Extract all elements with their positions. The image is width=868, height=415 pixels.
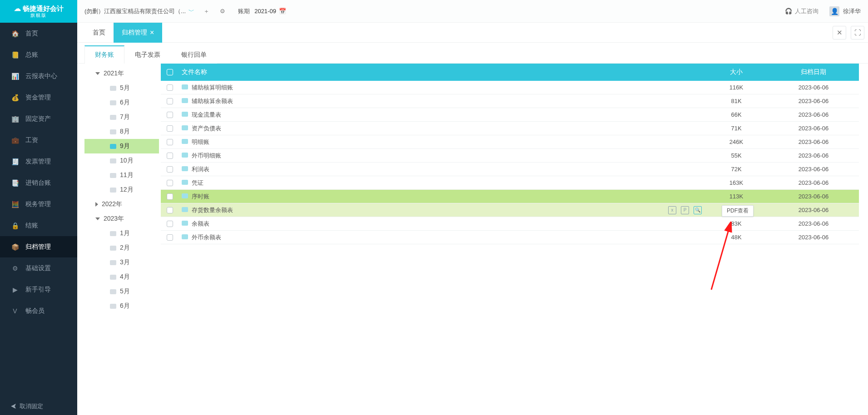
row-checkbox[interactable] xyxy=(167,153,173,159)
row-checkbox[interactable] xyxy=(167,234,173,241)
subtab-finance[interactable]: 财务账 xyxy=(84,45,124,64)
nav-item-0[interactable]: 🏠首页 xyxy=(0,23,77,44)
table-row[interactable]: 资产负债表 71K 2023-06-06 xyxy=(161,122,859,135)
file-name: 余额表 xyxy=(192,220,209,227)
table-row[interactable]: 存货数量余额表 2K 2023-06-06 x P 🔍 PDF查看 xyxy=(161,203,859,217)
table-row[interactable]: 利润表 72K 2023-06-06 xyxy=(161,163,859,176)
tree-month[interactable]: 6月 xyxy=(84,299,159,313)
nav-item-10[interactable]: 📦归档管理 xyxy=(0,236,77,257)
nav-item-8[interactable]: 🧮税务管理 xyxy=(0,193,77,215)
chevron-right-icon xyxy=(95,202,98,207)
col-header-size[interactable]: 大小 xyxy=(704,68,768,76)
tree-month[interactable]: 9月 xyxy=(84,139,159,153)
chevron-down-icon xyxy=(95,217,100,220)
file-name: 外币明细账 xyxy=(192,152,221,159)
nav-item-12[interactable]: ▶新手引导 xyxy=(0,279,77,300)
file-name: 序时账 xyxy=(192,193,209,200)
table-row[interactable]: 明细账 246K 2023-06-06 xyxy=(161,135,859,149)
support-button[interactable]: 🎧 人工咨询 xyxy=(785,7,818,15)
table-row[interactable]: 辅助核算明细账 116K 2023-06-06 xyxy=(161,81,859,94)
tree-month[interactable]: 7月 xyxy=(84,110,159,124)
nav-item-7[interactable]: 📑进销台账 xyxy=(0,172,77,193)
tree-year-2022[interactable]: 2022年 xyxy=(84,197,159,212)
file-name: 外币余额表 xyxy=(192,234,221,241)
nav-item-1[interactable]: 📒总账 xyxy=(0,44,77,65)
row-checkbox[interactable] xyxy=(167,139,173,145)
table-row[interactable]: 凭证 163K 2023-06-06 xyxy=(161,176,859,190)
tree-year-2021[interactable]: 2021年 xyxy=(84,66,159,81)
select-all-checkbox[interactable] xyxy=(167,69,173,75)
table-row[interactable]: 外币余额表 48K 2023-06-06 xyxy=(161,231,859,244)
file-date: 2023-06-06 xyxy=(768,125,859,132)
download-pdf-icon[interactable]: P xyxy=(681,206,689,214)
user-menu[interactable]: 👤 徐泽华 xyxy=(829,6,861,16)
tree-month[interactable]: 10月 xyxy=(84,153,159,168)
tree-month[interactable]: 2月 xyxy=(84,241,159,255)
pdf-view-icon[interactable]: 🔍 xyxy=(694,206,702,214)
table-row[interactable]: 余额表 83K 2023-06-06 xyxy=(161,217,859,231)
tree-year-2023[interactable]: 2023年 xyxy=(84,212,159,226)
headset-icon: 🎧 xyxy=(785,8,792,15)
file-date: 2023-06-06 xyxy=(768,193,859,200)
tabstrip: 首页 归档管理 × ✕ ⛶ xyxy=(77,23,868,43)
row-checkbox[interactable] xyxy=(167,207,173,213)
table-row[interactable]: 辅助核算余额表 81K 2023-06-06 xyxy=(161,94,859,108)
subtab-bank[interactable]: 银行回单 xyxy=(171,45,217,64)
company-selector[interactable]: (勿删）江西服宝精品有限责任公司（... ﹀ xyxy=(84,7,194,15)
tree-month[interactable]: 12月 xyxy=(84,183,159,197)
tree-month[interactable]: 5月 xyxy=(84,81,159,95)
download-excel-icon[interactable]: x xyxy=(668,206,676,214)
nav-item-13[interactable]: V畅会员 xyxy=(0,300,77,321)
nav-label: 基础设置 xyxy=(25,264,51,272)
tree-month[interactable]: 4月 xyxy=(84,270,159,284)
nav-item-5[interactable]: 💼工资 xyxy=(0,129,77,151)
row-checkbox[interactable] xyxy=(167,84,173,91)
row-checkbox[interactable] xyxy=(167,98,173,104)
row-checkbox[interactable] xyxy=(167,193,173,200)
col-header-date[interactable]: 归档日期 xyxy=(768,68,859,76)
tree-month[interactable]: 11月 xyxy=(84,168,159,183)
fullscreen-button[interactable]: ⛶ xyxy=(851,26,864,40)
row-checkbox[interactable] xyxy=(167,112,173,118)
nav-item-2[interactable]: 📊云报表中心 xyxy=(0,65,77,87)
file-date: 2023-06-06 xyxy=(768,111,859,118)
tree-month[interactable]: 3月 xyxy=(84,255,159,270)
row-checkbox[interactable] xyxy=(167,166,173,173)
table-row[interactable]: 现金流量表 66K 2023-06-06 xyxy=(161,108,859,122)
tree-month[interactable]: 1月 xyxy=(84,226,159,241)
nav-item-6[interactable]: 🧾发票管理 xyxy=(0,151,77,172)
file-size: 71K xyxy=(704,125,768,132)
close-icon[interactable]: × xyxy=(150,29,154,36)
col-header-name[interactable]: 文件名称 xyxy=(179,68,704,76)
nav-item-9[interactable]: 🔒结账 xyxy=(0,215,77,236)
table-row[interactable]: 序时账 113K 2023-06-06 xyxy=(161,190,859,203)
nav-label: 固定资产 xyxy=(25,115,51,123)
tab-home[interactable]: 首页 xyxy=(84,23,114,43)
tree-month[interactable]: 8月 xyxy=(84,124,159,139)
row-checkbox[interactable] xyxy=(167,125,173,132)
tree-month[interactable]: 6月 xyxy=(84,95,159,110)
settings-top-button[interactable]: ⚙ xyxy=(216,5,229,18)
nav-icon: V xyxy=(11,307,19,315)
folder-icon xyxy=(110,289,116,294)
table-row[interactable]: 外币明细账 55K 2023-06-06 xyxy=(161,149,859,163)
row-checkbox[interactable] xyxy=(167,180,173,186)
cancel-pin-button[interactable]: ⮜ 取消固定 xyxy=(11,402,43,410)
tab-home-label: 首页 xyxy=(93,29,105,37)
subtab-einvoice[interactable]: 电子发票 xyxy=(124,45,171,64)
month-label: 4月 xyxy=(120,273,130,281)
nav-item-11[interactable]: ⚙基础设置 xyxy=(0,257,77,279)
chevron-down-icon: ﹀ xyxy=(188,7,194,15)
user-name: 徐泽华 xyxy=(843,7,861,15)
period-value[interactable]: 2021-09 xyxy=(254,8,276,15)
month-label: 3月 xyxy=(120,258,130,267)
add-button[interactable]: ＋ xyxy=(200,5,213,18)
nav-item-4[interactable]: 🏢固定资产 xyxy=(0,108,77,129)
row-checkbox[interactable] xyxy=(167,221,173,227)
calendar-icon[interactable]: 📅 xyxy=(279,8,286,15)
close-all-button[interactable]: ✕ xyxy=(833,26,846,40)
tab-archive[interactable]: 归档管理 × xyxy=(114,23,162,43)
folder-icon xyxy=(110,115,116,120)
tree-month[interactable]: 5月 xyxy=(84,284,159,299)
nav-item-3[interactable]: 💰资金管理 xyxy=(0,87,77,108)
